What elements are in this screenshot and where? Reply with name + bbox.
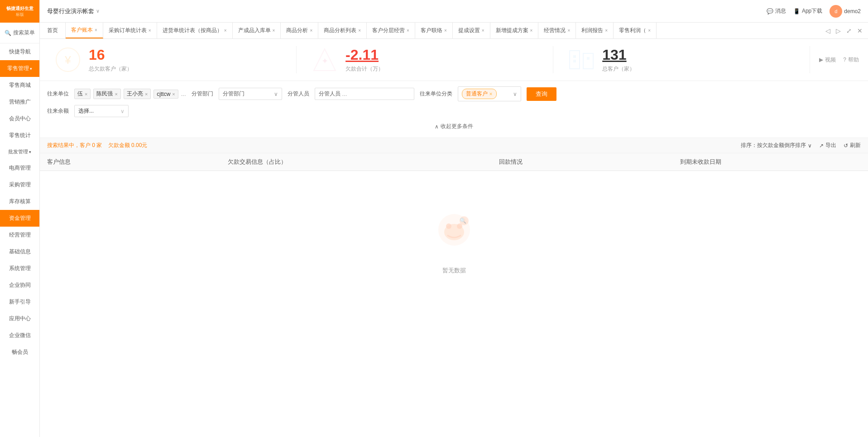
sidebar-item-finance[interactable]: 资金管理 [0, 210, 39, 227]
balance-dropdown-icon: ∨ [120, 108, 125, 114]
tab-close-icon[interactable]: × [567, 28, 570, 33]
sidebar-item-enterprise[interactable]: 企业协同 [0, 277, 39, 294]
tab-customer-balance[interactable]: 客户账本 × [66, 23, 103, 38]
tab-next-icon[interactable]: ▷ [834, 26, 843, 35]
topbar: 母婴行业演示帐套 ∨ 💬 消息 📱 App下载 d demo2 [40, 0, 868, 23]
remove-tag-wang[interactable]: × [145, 91, 148, 97]
logo-main-text: 畅捷通好生意 [6, 5, 34, 12]
tab-retail-profit[interactable]: 零售利润（ × [614, 23, 657, 38]
sidebar-item-operations[interactable]: 经营管理 [0, 227, 39, 243]
refresh-icon: ↺ [844, 142, 848, 149]
sidebar-item-quick-nav[interactable]: 快捷导航 [0, 43, 39, 60]
sidebar-item-member[interactable]: 会员中心 [0, 110, 39, 127]
remove-category-tag[interactable]: × [489, 91, 493, 97]
svg-text:¥: ¥ [64, 54, 71, 66]
sidebar-item-system[interactable]: 系统管理 [0, 260, 39, 277]
filter-tag-wu[interactable]: 伍 × [74, 89, 91, 99]
sidebar-item-vip-member[interactable]: 畅会员 [0, 344, 39, 361]
tab-close-icon[interactable]: × [530, 28, 533, 33]
sidebar-item-marketing[interactable]: 营销推广 [0, 94, 39, 110]
sort-selector[interactable]: 排序：按欠款金额倒序排序 ∨ [741, 142, 812, 149]
tab-prev-icon[interactable]: ◁ [824, 26, 832, 35]
remove-tag-wu[interactable]: × [85, 91, 87, 97]
stat-total-value-area: 131 总客户（家） [602, 47, 635, 73]
empty-text: 暂无数据 [442, 266, 466, 275]
sidebar-item-purchase[interactable]: 采购管理 [0, 176, 39, 193]
balance-select[interactable]: 选择... ∨ [74, 105, 129, 117]
search-menu-button[interactable]: 🔍 搜索菜单 [4, 27, 36, 38]
sidebar-item-app-center[interactable]: 应用中心 [0, 310, 39, 327]
sidebar-item-retail-stats[interactable]: 零售统计 [0, 127, 39, 144]
sidebar-item-wholesale[interactable]: 批发管理 ▾ [0, 144, 39, 160]
filter-tag-chen[interactable]: 陈民强 × [93, 89, 120, 99]
person-more-button[interactable]: ... [342, 90, 347, 97]
tab-close-icon[interactable]: × [273, 28, 275, 33]
filter-tag-cjttcw[interactable]: cjttcw × [153, 90, 178, 99]
tab-incoming-stats[interactable]: 进货单统计表（按商品） × [157, 23, 233, 38]
user-profile[interactable]: d demo2 [830, 5, 861, 18]
collapse-icon: ∧ [435, 124, 439, 130]
sidebar-item-retail[interactable]: 零售管理 ▾ [0, 60, 39, 77]
tab-close-icon[interactable]: × [310, 28, 312, 33]
tab-close-icon[interactable]: × [149, 28, 151, 33]
tab-business-status[interactable]: 经营情况 × [538, 23, 576, 38]
col-collection-status: 回款情况 [499, 158, 680, 166]
store-selector[interactable]: 母婴行业演示帐套 ∨ [47, 7, 100, 15]
tab-production-inbound[interactable]: 产成品入库单 × [233, 23, 281, 38]
tab-close-icon[interactable]: × [648, 28, 651, 33]
tab-purchase-order[interactable]: 采购订单统计表 × [103, 23, 157, 38]
svg-text:✦: ✦ [321, 57, 328, 66]
tab-promotion-settings[interactable]: 提成设置 × [453, 23, 490, 38]
svg-rect-6 [573, 55, 576, 58]
tab-home[interactable]: 首页 [40, 23, 66, 38]
help-link[interactable]: ? 帮助 [843, 56, 859, 64]
person-select[interactable]: 分管人员 ... [315, 88, 414, 100]
tab-new-promotion-plan[interactable]: 新增提成方案 × [490, 23, 539, 38]
stats-bar: ¥ 16 总欠款客户（家） ✦ -2.11 欠款合计（万） [40, 39, 868, 81]
balance-filter-label: 往来余额 [47, 107, 69, 115]
export-button[interactable]: ↗ 导出 [819, 142, 836, 149]
sidebar-item-inventory[interactable]: 库存核算 [0, 193, 39, 210]
sidebar-item-retail-mall[interactable]: 零售商城 [0, 77, 39, 94]
sidebar-search-area[interactable]: 🔍 搜索菜单 [0, 23, 39, 43]
tab-profit-report[interactable]: 利润报告 × [576, 23, 614, 38]
remove-tag-chen[interactable]: × [115, 91, 117, 97]
tab-close-icon[interactable]: × [605, 28, 608, 33]
dept-select[interactable]: 分管部门 ∨ [219, 88, 282, 100]
tab-customer-contact[interactable]: 客户联络 × [415, 23, 453, 38]
tab-close-icon[interactable]: × [444, 28, 447, 33]
stat-overdue-amount-value-area: -2.11 欠款合计（万） [345, 47, 384, 73]
stats-actions: ▶ 视频 ? 帮助 [810, 56, 868, 64]
search-button[interactable]: 查询 [527, 87, 556, 101]
sidebar-item-base-info[interactable]: 基础信息 [0, 243, 39, 260]
sidebar-item-enterprise-wechat[interactable]: 企业微信 [0, 327, 39, 344]
tab-close-icon[interactable]: × [482, 28, 484, 33]
tab-close-icon[interactable]: × [407, 28, 409, 33]
remove-tag-cjttcw[interactable]: × [172, 91, 175, 97]
app-download-button[interactable]: 📱 App下载 [793, 7, 822, 15]
unit-more-button[interactable]: ... [181, 90, 186, 97]
category-select[interactable]: 普通客户 × ∨ [458, 86, 521, 101]
tab-close-icon[interactable]: × [358, 28, 361, 33]
category-selected-tag[interactable]: 普通客户 × [462, 89, 497, 99]
refresh-button[interactable]: ↺ 刷新 [844, 142, 861, 149]
filter-tag-wang[interactable]: 王小亮 × [124, 89, 151, 99]
sidebar-item-new-guide[interactable]: 新手引导 [0, 294, 39, 310]
tab-expand-icon[interactable]: ⤢ [844, 26, 854, 35]
inner-page: ¥ 16 总欠款客户（家） ✦ -2.11 欠款合计（万） [40, 39, 868, 437]
collapse-filters-button[interactable]: ∧ 收起更多条件 [47, 121, 861, 132]
tab-customer-tier[interactable]: 客户分层经营 × [367, 23, 415, 38]
svg-rect-7 [573, 60, 576, 62]
sidebar-item-ecommerce[interactable]: 电商管理 [0, 160, 39, 176]
tab-close-icon[interactable]: × [224, 28, 227, 33]
tab-product-analysis-list[interactable]: 商品分析列表 × [318, 23, 367, 38]
download-icon: 📱 [793, 8, 800, 14]
tab-close-icon[interactable]: × [95, 28, 97, 33]
video-link[interactable]: ▶ 视频 [819, 56, 836, 64]
messages-button[interactable]: 💬 消息 [767, 7, 786, 15]
overdue-amount-icon: ✦ [311, 46, 338, 73]
search-icon: 🔍 [5, 30, 11, 36]
tab-product-analysis[interactable]: 商品分析 × [281, 23, 318, 38]
overdue-amount-label: 欠款合计（万） [345, 65, 384, 73]
tab-close-all-icon[interactable]: ✕ [855, 26, 864, 35]
